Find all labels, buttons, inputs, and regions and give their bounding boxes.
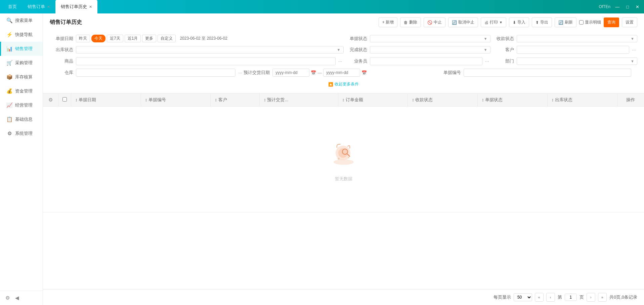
filter-expected-date: 预计交货日期 📅 — 📅 bbox=[244, 69, 437, 77]
payment-status-select[interactable]: ▼ bbox=[517, 35, 637, 42]
table-header-row: ⚙ ↕ 单据日期 ↕ 单据编号 ↕ 客户 bbox=[43, 93, 644, 107]
finance-icon: 💰 bbox=[6, 88, 12, 94]
sidebar-label-inventory: 库存核算 bbox=[15, 74, 33, 80]
tab-sales-order-history[interactable]: 销售订单历史 ✕ bbox=[55, 0, 97, 13]
stop-button[interactable]: 🚫 中止 bbox=[424, 17, 445, 27]
th-outbound-status-label: ↕ 出库状态 bbox=[552, 97, 572, 102]
export-button[interactable]: ⬆ 导出 bbox=[532, 17, 552, 27]
customer-more-icon[interactable]: ··· bbox=[631, 46, 637, 53]
print-arrow: ▼ bbox=[499, 21, 503, 24]
sidebar-settings-icon[interactable]: ⚙ bbox=[5, 295, 10, 301]
th-payment-status-label: ↕ 收款状态 bbox=[412, 97, 433, 102]
query-button[interactable]: 查询 bbox=[604, 17, 619, 27]
minimize-button[interactable]: — bbox=[613, 4, 621, 10]
department-label: 部门 bbox=[490, 58, 514, 64]
expected-date-to[interactable] bbox=[323, 69, 360, 77]
filter-row-4: 仓库 ··· 预计交货日期 📅 — 📅 bbox=[50, 69, 637, 77]
page-number-input[interactable] bbox=[565, 294, 577, 301]
next-page-button[interactable]: › bbox=[587, 293, 595, 302]
prev-page-button[interactable]: ‹ bbox=[546, 293, 555, 302]
salesperson-input[interactable] bbox=[370, 57, 483, 65]
import-button[interactable]: ⬇ 导入 bbox=[509, 17, 529, 27]
warehouse-more-icon[interactable]: ··· bbox=[237, 69, 244, 76]
doc-status-select[interactable]: ▼ bbox=[370, 35, 490, 42]
collapse-label: 收起更多条件 bbox=[335, 81, 359, 87]
date-btn-more[interactable]: 更多 bbox=[142, 35, 156, 42]
payment-status-label: 收款状态 bbox=[490, 36, 514, 42]
settings-button[interactable]: 设置 bbox=[622, 17, 637, 27]
sidebar-item-finance[interactable]: 💰 资金管理 bbox=[0, 84, 43, 98]
salesperson-more-icon[interactable]: ··· bbox=[484, 58, 490, 65]
goods-more-icon[interactable]: ··· bbox=[337, 58, 344, 65]
tab-sales-order[interactable]: 销售订单 ✕ bbox=[22, 0, 55, 13]
sidebar-item-search[interactable]: 🔍 搜索菜单 bbox=[0, 13, 43, 28]
first-page-button[interactable]: « bbox=[535, 293, 544, 302]
sys-mgmt-icon: ⚙ bbox=[6, 130, 12, 137]
prev-page-icon: ‹ bbox=[550, 295, 551, 299]
sidebar-item-operations[interactable]: 📈 经营管理 bbox=[0, 98, 43, 112]
outbound-status-select[interactable]: ▼ bbox=[76, 46, 344, 53]
print-label: 打印 bbox=[490, 20, 498, 25]
date-btn-today[interactable]: 今天 bbox=[91, 35, 105, 42]
refresh-button[interactable]: 🔄 刷新 bbox=[555, 17, 576, 27]
purchase-icon: 🛒 bbox=[6, 60, 12, 66]
page-label: 第 bbox=[558, 294, 562, 300]
date-separator: — bbox=[317, 70, 322, 75]
doc-date-label: 单据日期 bbox=[50, 36, 73, 42]
table-settings-icon[interactable]: ⚙ bbox=[47, 96, 54, 104]
page-size-select[interactable]: 50 10 20 100 bbox=[514, 293, 532, 301]
tab-bar: 首页 销售订单 ✕ 销售订单历史 ✕ bbox=[3, 0, 599, 13]
next-page-icon: › bbox=[590, 295, 592, 299]
stop-icon: 🚫 bbox=[427, 20, 432, 25]
tab-home[interactable]: 首页 bbox=[3, 0, 22, 13]
th-outbound-status: ↕ 出库状态 bbox=[547, 93, 617, 107]
sidebar-item-sys-mgmt[interactable]: ⚙ 系统管理 bbox=[0, 126, 43, 141]
display-detail-checkbox[interactable] bbox=[579, 20, 584, 25]
date-btn-1month[interactable]: 近1月 bbox=[125, 35, 141, 42]
last-page-button[interactable]: » bbox=[598, 293, 607, 302]
print-button[interactable]: 🖨 打印 ▼ bbox=[481, 17, 506, 27]
cancel-stop-button[interactable]: 🔄 取消中止 bbox=[448, 17, 478, 27]
date-btn-7days[interactable]: 近7天 bbox=[107, 35, 123, 42]
sidebar-label-quick-nav: 快捷导航 bbox=[15, 32, 33, 38]
date-btn-custom[interactable]: 自定义 bbox=[158, 35, 176, 42]
refresh-label: 刷新 bbox=[565, 20, 573, 25]
sidebar-item-sales-mgmt[interactable]: 📊 销售管理 bbox=[0, 42, 43, 56]
sales-order-tab-label: 销售订单 bbox=[28, 4, 45, 10]
sidebar-collapse-icon[interactable]: ◀ bbox=[15, 295, 19, 301]
sidebar-item-inventory[interactable]: 📦 库存核算 bbox=[0, 70, 43, 84]
data-table: ⚙ ↕ 单据日期 ↕ 单据编号 ↕ 客户 bbox=[43, 93, 644, 213]
expected-date-from[interactable] bbox=[272, 69, 309, 77]
tab-sales-order-history-close[interactable]: ✕ bbox=[89, 5, 92, 9]
warehouse-input[interactable] bbox=[76, 69, 235, 77]
tab-sales-order-close[interactable]: ✕ bbox=[47, 5, 50, 9]
sidebar-item-quick-nav[interactable]: ⚡ 快捷导航 bbox=[0, 28, 43, 42]
close-button[interactable]: ✕ bbox=[634, 4, 641, 10]
sidebar-item-purchase-mgmt[interactable]: 🛒 采购管理 bbox=[0, 56, 43, 70]
new-button[interactable]: + 新增 bbox=[379, 17, 397, 27]
top-bar-right: OfTEn — □ ✕ bbox=[599, 4, 641, 10]
th-payment-status: ↕ 收款状态 bbox=[408, 93, 478, 107]
select-all-checkbox[interactable] bbox=[62, 97, 67, 102]
display-detail-toggle[interactable]: 显示明细 bbox=[579, 20, 601, 25]
sidebar-label-sales-mgmt: 销售管理 bbox=[15, 46, 33, 52]
collapse-row[interactable]: 🔼 收起更多条件 bbox=[50, 80, 637, 90]
th-expected-date-label: ↕ 预计交货... bbox=[264, 97, 288, 102]
delete-button[interactable]: 🗑 删除 bbox=[400, 17, 421, 27]
sidebar-item-basic-info[interactable]: 📋 基础信息 bbox=[0, 112, 43, 126]
customer-input[interactable] bbox=[517, 46, 630, 54]
svg-point-6 bbox=[348, 157, 349, 158]
date-range-text: 2023-06-02 至 2023-06-02 bbox=[180, 36, 227, 41]
table-container: ⚙ ↕ 单据日期 ↕ 单据编号 ↕ 客户 bbox=[43, 93, 644, 289]
filter-doc-date: 单据日期 昨天 今天 近7天 近1月 更多 自定义 2023-06-02 至 2… bbox=[50, 35, 344, 42]
filter-row-1: 单据日期 昨天 今天 近7天 近1月 更多 自定义 2023-06-02 至 2… bbox=[50, 35, 637, 42]
doc-number-input[interactable] bbox=[464, 69, 631, 77]
goods-input[interactable] bbox=[76, 57, 336, 65]
expected-date-to-icon[interactable]: 📅 bbox=[361, 70, 367, 75]
sidebar-bottom: ⚙ ◀ bbox=[0, 291, 43, 305]
department-select[interactable]: ▼ bbox=[517, 58, 637, 65]
restore-button[interactable]: □ bbox=[624, 4, 631, 10]
date-btn-yesterday[interactable]: 昨天 bbox=[76, 35, 90, 42]
complete-status-select[interactable]: ▼ bbox=[370, 46, 490, 53]
expected-date-from-icon[interactable]: 📅 bbox=[311, 70, 316, 75]
